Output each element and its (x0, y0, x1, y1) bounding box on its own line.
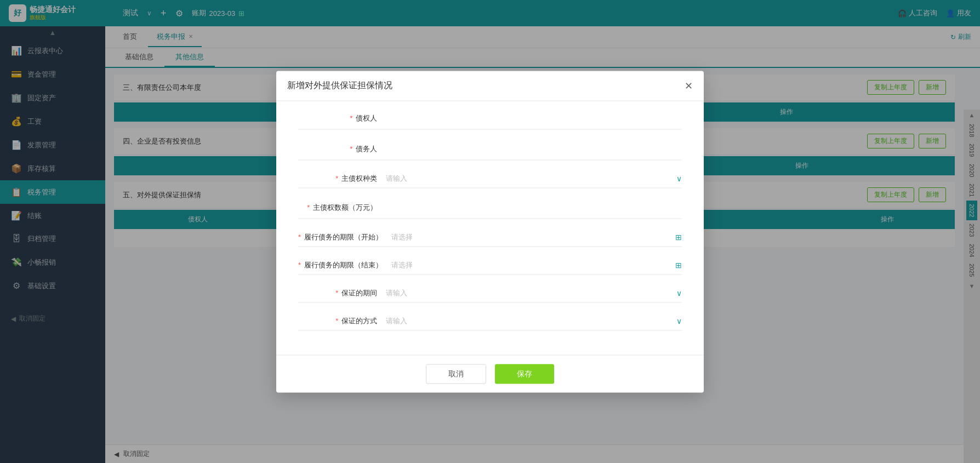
input-period-end-wrapper[interactable]: 请选择 ⊞ (391, 260, 682, 270)
label-guarantee-method: * 保证的方式 (298, 316, 386, 325)
field-creditor: * 债权人 (298, 112, 682, 129)
period-start-placeholder: 请选择 (391, 232, 675, 242)
modal-body: * 债权人 * 债务人 * 主债权种类 请输入 (276, 101, 704, 355)
input-claim-type-wrapper[interactable]: 请输入 ∨ (386, 173, 682, 183)
field-claim-type: * 主债权种类 请输入 ∨ (298, 173, 682, 188)
input-guarantee-period-wrapper[interactable]: 请输入 ∨ (386, 288, 682, 298)
input-creditor-wrapper (386, 112, 682, 124)
claim-type-arrow-icon[interactable]: ∨ (676, 174, 682, 182)
modal-footer: 取消 保存 (276, 355, 704, 392)
guarantee-method-arrow-icon[interactable]: ∨ (676, 316, 682, 325)
field-guarantee-method: * 保证的方式 请输入 ∨ (298, 316, 682, 330)
input-period-start-wrapper[interactable]: 请选择 ⊞ (391, 232, 682, 242)
modal-close-button[interactable]: ✕ (685, 79, 693, 92)
label-period-start: * 履行债务的期限（开始） (298, 232, 391, 242)
cancel-button[interactable]: 取消 (426, 364, 486, 384)
label-claim-type: * 主债权种类 (298, 173, 386, 183)
input-debtor[interactable] (386, 142, 682, 155)
field-guarantee-period: * 保证的期间 请输入 ∨ (298, 288, 682, 302)
modal-title: 新增对外提供保证担保情况 (287, 80, 392, 92)
label-claim-amount: * 主债权数额（万元） (298, 203, 386, 213)
label-guarantee-period: * 保证的期间 (298, 288, 386, 298)
period-start-calendar-icon[interactable]: ⊞ (675, 232, 682, 241)
label-debtor: * 债务人 (298, 144, 386, 154)
period-end-calendar-icon[interactable]: ⊞ (675, 260, 682, 269)
field-claim-amount: * 主债权数额（万元） (298, 201, 682, 219)
field-period-end: * 履行债务的期限（结束） 请选择 ⊞ (298, 260, 682, 275)
input-debtor-wrapper (386, 142, 682, 155)
label-creditor: * 债权人 (298, 113, 386, 123)
claim-type-placeholder: 请输入 (386, 173, 676, 183)
input-claim-amount[interactable] (386, 201, 682, 214)
input-claim-amount-wrapper (386, 201, 682, 214)
modal-header: 新增对外提供保证担保情况 ✕ (276, 71, 704, 101)
label-period-end: * 履行债务的期限（结束） (298, 260, 391, 270)
field-debtor: * 债务人 (298, 142, 682, 160)
guarantee-period-arrow-icon[interactable]: ∨ (676, 288, 682, 297)
input-guarantee-method-wrapper[interactable]: 请输入 ∨ (386, 316, 682, 325)
guarantee-method-placeholder: 请输入 (386, 316, 676, 325)
field-period-start: * 履行债务的期限（开始） 请选择 ⊞ (298, 232, 682, 247)
guarantee-period-placeholder: 请输入 (386, 288, 676, 298)
period-end-placeholder: 请选择 (391, 260, 675, 270)
save-button[interactable]: 保存 (495, 364, 554, 384)
modal-add-guarantee: 新增对外提供保证担保情况 ✕ * 债权人 * 债务人 (276, 71, 704, 392)
input-creditor[interactable] (386, 112, 682, 124)
